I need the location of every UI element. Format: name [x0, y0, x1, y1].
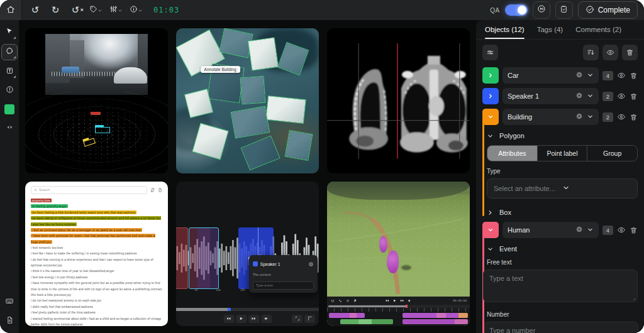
- chevron-down-icon[interactable]: [587, 92, 594, 101]
- building-polygon[interactable]: [242, 136, 279, 170]
- shortcuts-button[interactable]: [2, 295, 17, 310]
- text-line[interactable]: i feel like i have to make the suffering…: [31, 251, 162, 256]
- chevron-down-icon[interactable]: [587, 72, 594, 80]
- expand-speaker-button[interactable]: [482, 88, 499, 104]
- remove-icon[interactable]: [575, 92, 583, 101]
- box-section-header[interactable]: Box: [482, 209, 638, 216]
- remove-icon[interactable]: [575, 71, 583, 80]
- text-line[interactable]: i feel pretty pathetic most of the time;…: [31, 310, 162, 315]
- qa-toggle[interactable]: [505, 4, 528, 16]
- delete-all-button[interactable]: [622, 45, 638, 60]
- text-line[interactable]: i do feel that running is a divine exper…: [31, 257, 162, 269]
- keyframe-icon[interactable]: [338, 298, 343, 303]
- text-line[interactable]: i started feeling sentimental about doll…: [31, 316, 162, 326]
- collapse-human-button[interactable]: [482, 222, 499, 238]
- skip-forward-button[interactable]: [248, 315, 259, 323]
- building-polygon[interactable]: [267, 96, 306, 123]
- home-button[interactable]: [0, 0, 22, 20]
- text-line[interactable]: i have immense sympathy with the general…: [31, 280, 162, 298]
- volume-button[interactable]: [261, 315, 272, 323]
- tab-group[interactable]: Group: [587, 146, 637, 161]
- panel-toggle-button[interactable]: [304, 315, 315, 323]
- tab-comments[interactable]: Comments (2): [575, 20, 621, 39]
- skip-forward-icon[interactable]: [400, 298, 405, 303]
- play-button[interactable]: [236, 315, 247, 323]
- tab-objects[interactable]: Objects (12): [485, 20, 525, 39]
- collapse-building-button[interactable]: [482, 109, 499, 125]
- document-search-input[interactable]: Search: [31, 186, 147, 194]
- text-annotation-love[interactable]: property;love: [31, 199, 52, 202]
- tile-audio-waveform[interactable]: 5s 10s 15s 20s Speaker 1 The content: [176, 182, 319, 327]
- info-menu-button[interactable]: [126, 2, 145, 18]
- collapse-rail-button[interactable]: [2, 121, 17, 136]
- active-color-button[interactable]: [2, 102, 17, 117]
- settings-menu-button[interactable]: [106, 2, 125, 18]
- page-icon[interactable]: [158, 188, 162, 192]
- trash-icon[interactable]: [630, 92, 638, 101]
- chevron-down-icon[interactable]: [587, 226, 594, 234]
- number-input[interactable]: [483, 322, 638, 333]
- submit-review-button[interactable]: [555, 1, 573, 19]
- visibility-button[interactable]: [602, 45, 618, 60]
- skip-back-button[interactable]: [223, 315, 234, 323]
- content-input[interactable]: [253, 281, 314, 290]
- text-annotation-joy[interactable]: i have been with petronas for years i fe…: [31, 234, 155, 243]
- text-annotation-anger[interactable]: im feeling grouchy;anger: [31, 204, 68, 208]
- zoom-fit-button[interactable]: [292, 315, 303, 323]
- text-annotation-fear[interactable]: i feel as confused about life as a teena…: [31, 228, 142, 232]
- labels-menu-button[interactable]: [86, 2, 105, 18]
- reset-labels-button[interactable]: ↺✕: [66, 2, 85, 18]
- object-name-human[interactable]: Human: [502, 222, 599, 238]
- skip-task-button[interactable]: [533, 1, 550, 19]
- play-icon[interactable]: [392, 298, 397, 303]
- audio-region-selected[interactable]: [189, 227, 219, 289]
- object-name-car[interactable]: Car: [502, 67, 599, 84]
- polygon-section-header[interactable]: Polygon: [482, 132, 638, 139]
- object-name-speaker[interactable]: Speaker 1: [502, 88, 599, 104]
- text-line[interactable]: i feel low energy i m just thirsty;sadne…: [31, 275, 162, 280]
- filter-adjust-button[interactable]: [482, 45, 498, 60]
- replace-icon[interactable]: [150, 188, 155, 192]
- complete-button[interactable]: Complete: [578, 1, 638, 19]
- volume-icon[interactable]: [408, 298, 413, 303]
- tile-aerial-buildings[interactable]: Annotate Building: [176, 28, 319, 173]
- audio-region-red[interactable]: [176, 227, 188, 289]
- event-section-header[interactable]: Event: [482, 245, 638, 253]
- text-line[interactable]: i feel romantic too;love: [31, 245, 162, 251]
- timeline-track[interactable]: [329, 313, 468, 318]
- building-polygon[interactable]: [219, 28, 252, 57]
- eye-icon[interactable]: [617, 112, 626, 121]
- redo-button[interactable]: ↻: [46, 2, 65, 18]
- attribute-select[interactable]: Select an attribute...: [487, 178, 638, 199]
- eye-icon[interactable]: [617, 71, 626, 80]
- text-line[interactable]: i do not feel reassured anxiety is on ea…: [31, 298, 162, 303]
- flag-icon[interactable]: [353, 298, 358, 303]
- building-polygon[interactable]: [241, 77, 265, 104]
- person-segmentation-mask[interactable]: [387, 251, 399, 273]
- tile-drone-video[interactable]: 00:00:00: [327, 182, 470, 327]
- lidar-label-red[interactable]: [91, 112, 101, 115]
- text-annotation-surprise[interactable]: ive been taking or milligrams or times r…: [31, 216, 161, 226]
- split-icon[interactable]: [345, 298, 350, 303]
- free-text-input[interactable]: [483, 270, 638, 302]
- timeline-track[interactable]: [329, 319, 468, 324]
- close-icon[interactable]: [308, 258, 314, 270]
- skip-back-icon[interactable]: [385, 298, 390, 303]
- person-segmentation-mask[interactable]: [379, 236, 387, 253]
- trash-icon[interactable]: [630, 72, 638, 80]
- select-tool-button[interactable]: [2, 25, 17, 40]
- tab-tags[interactable]: Tags (4): [537, 20, 564, 39]
- sort-button[interactable]: [583, 45, 599, 60]
- object-name-building[interactable]: Building: [502, 109, 599, 125]
- remove-icon[interactable]: [575, 112, 583, 121]
- building-polygon[interactable]: [248, 38, 278, 70]
- tab-point-label[interactable]: Point label: [538, 146, 588, 161]
- text-line[interactable]: i think it s the easiest time of year to…: [31, 268, 162, 274]
- building-polygon[interactable]: [231, 107, 270, 138]
- building-polygon[interactable]: [286, 131, 313, 160]
- expand-car-button[interactable]: [482, 67, 499, 84]
- magnet-icon[interactable]: [330, 298, 335, 303]
- trash-icon[interactable]: [630, 226, 638, 234]
- trash-icon[interactable]: [630, 113, 638, 121]
- tile-medical-ct[interactable]: [327, 28, 470, 173]
